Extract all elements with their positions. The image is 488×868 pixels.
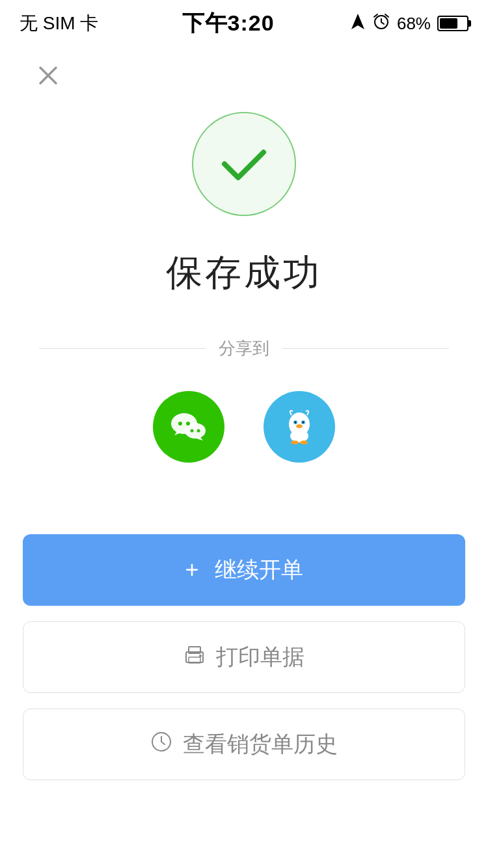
- svg-point-8: [290, 429, 308, 442]
- close-button[interactable]: [29, 56, 68, 95]
- battery-percent: 68%: [397, 14, 431, 34]
- success-icon-circle: [192, 112, 296, 216]
- history-label: 查看销货单历史: [183, 729, 338, 759]
- battery-icon: [437, 16, 468, 31]
- status-bar: 无 SIM 卡 下午3:20 68%: [0, 0, 488, 47]
- history-icon: [150, 731, 172, 758]
- svg-point-4: [186, 422, 190, 426]
- status-right: 68%: [350, 12, 468, 35]
- qq-share-button[interactable]: [264, 391, 335, 463]
- svg-point-6: [197, 429, 200, 432]
- wechat-share-button[interactable]: [153, 391, 224, 463]
- svg-point-14: [291, 441, 299, 444]
- action-buttons: + 继续开单 打印单据 查看销货单历史: [23, 534, 465, 780]
- print-icon: [183, 645, 206, 670]
- share-divider: 分享到: [39, 337, 449, 360]
- status-left: 无 SIM 卡: [20, 11, 106, 36]
- location-icon: [350, 12, 366, 35]
- share-icons: [39, 391, 449, 463]
- svg-point-19: [199, 655, 202, 657]
- svg-point-3: [178, 422, 182, 426]
- continue-icon: +: [185, 556, 198, 584]
- status-time: 下午3:20: [182, 8, 275, 38]
- divider-left: [39, 348, 206, 349]
- divider-right: [282, 348, 449, 349]
- alarm-icon: [372, 12, 390, 35]
- history-button[interactable]: 查看销货单历史: [23, 709, 465, 780]
- success-title: 保存成功: [166, 249, 322, 298]
- svg-point-11: [294, 421, 296, 423]
- main-content: 保存成功 分享到: [0, 47, 488, 780]
- continue-button[interactable]: + 继续开单: [23, 534, 465, 606]
- svg-point-5: [190, 429, 193, 432]
- continue-label: 继续开单: [215, 555, 303, 585]
- svg-point-15: [300, 441, 308, 444]
- svg-point-12: [302, 421, 304, 423]
- print-button[interactable]: 打印单据: [23, 621, 465, 693]
- share-label: 分享到: [219, 337, 269, 360]
- svg-point-13: [296, 424, 303, 428]
- share-section: 分享到: [0, 337, 488, 502]
- print-label: 打印单据: [216, 642, 305, 672]
- carrier-text: 无 SIM 卡: [20, 11, 98, 36]
